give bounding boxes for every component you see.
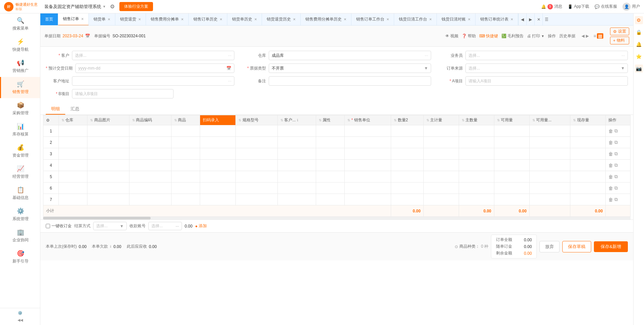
col-quantity2[interactable]: ⇅ 数量2 [391,115,423,125]
row-scan-1[interactable] [200,125,236,137]
sidebar-item-system[interactable]: ⚙️ 系统管理 [0,204,40,225]
account-select[interactable]: 选择... ··· [148,222,182,230]
row-main-qty-1[interactable] [459,125,494,137]
row-scan-2[interactable] [200,137,236,148]
tab-close-icon[interactable]: ✕ [344,17,346,21]
row-image-7[interactable] [87,194,129,205]
delete-icon[interactable]: 🗑 [608,163,613,168]
right-sidebar-bell-icon[interactable]: 🔔 [635,40,643,48]
row-product-5[interactable] [171,171,200,182]
row-customer-code-1[interactable] [278,125,316,137]
sidebar-item-search[interactable]: 🔍 搜索菜单 [0,13,40,35]
row-scan-4[interactable] [200,160,236,171]
row-customer-code-6[interactable] [278,182,316,194]
row-available2-2[interactable] [529,137,570,148]
tab-cash-daily-reconcile[interactable]: 钱货日清对账 ✕ [437,13,476,26]
gear-icon[interactable]: ⚙ [110,3,115,10]
row-available2-1[interactable] [529,125,570,137]
sidebar-item-inventory[interactable]: 📊 库存核算 [0,119,40,140]
col-scan[interactable]: 扫码录入 [200,115,236,125]
row-image-5[interactable] [87,171,129,182]
delete-icon[interactable]: 🗑 [608,151,613,157]
row-sku-code-6[interactable] [129,182,171,194]
col-main-unit[interactable]: ⇅ 主计量 [423,115,459,125]
copy-icon[interactable]: ⧉ [614,185,618,191]
copy-icon[interactable]: ⧉ [614,162,618,168]
row-available-4[interactable] [494,160,529,171]
horizontal-scrollbar[interactable] [43,217,631,219]
one-click-deposit-checkbox[interactable]: 一键收订金 [46,223,72,229]
copy-icon[interactable]: ⧉ [614,151,618,157]
right-sidebar-scan-icon[interactable]: 📷 [635,65,643,73]
col-main-qty[interactable]: ⇅ 主数量 [459,115,494,125]
row-image-1[interactable] [87,125,129,137]
tab-close-icon[interactable]: ✕ [468,17,470,21]
print-action[interactable]: 🖨 打印 ▼ [527,33,544,39]
help-action[interactable]: ❓ 帮助 [462,33,476,39]
delete-icon[interactable]: 🗑 [608,197,613,202]
sidebar-collapse-button[interactable]: ◀◀ [17,318,23,322]
col-settings[interactable]: ⚙ [43,115,59,125]
salesperson-input[interactable]: 选择... ··· [465,51,628,60]
tab-nav-next[interactable]: ▶ [526,13,534,26]
row-quantity2-7[interactable] [391,194,423,205]
row-attribute-3[interactable] [316,148,345,160]
col-attribute[interactable]: ⇅ 属性 [316,115,345,125]
tab-close-icon[interactable]: ✕ [220,17,222,21]
row-quantity2-1[interactable] [391,125,423,137]
row-attribute-7[interactable] [316,194,345,205]
notification-button[interactable]: 🔔 9 9 消息 [541,4,562,9]
row-available-7[interactable] [494,194,529,205]
row-spec-2[interactable] [236,137,278,148]
row-scan-6[interactable] [200,182,236,194]
row-product-7[interactable] [171,194,200,205]
detail-tab-summary[interactable]: 汇总 [65,104,85,115]
col-available[interactable]: ⇅ 可用量 [494,115,529,125]
nav-prev-icon[interactable]: ◀ [581,34,584,38]
col-available2[interactable]: ⇅ 可用量... [529,115,570,125]
sidebar-item-sales[interactable]: 🛒 销售管理 [0,77,40,98]
row-sales-unit-4[interactable] [345,160,391,171]
sidebar-item-baseinfo[interactable]: 📋 基础信息 [0,183,40,204]
scrollbar-thumb[interactable] [43,217,151,219]
detail-tab-detail[interactable]: 明细 [46,104,65,115]
tab-sales-order[interactable]: 销售订单 ✕ [58,13,89,26]
tab-close-icon[interactable]: ✕ [386,17,389,21]
row-sales-unit-6[interactable] [345,182,391,194]
col-image[interactable]: ⇅ 商品图片 [87,115,129,125]
row-sku-code-7[interactable] [129,194,171,205]
row-sales-unit-5[interactable] [345,171,391,182]
note-input[interactable] [269,76,431,86]
row-main-qty-3[interactable] [459,148,494,160]
row-attribute-5[interactable] [316,171,345,182]
sidebar-item-quicknav[interactable]: ⚡ 快捷导航 [0,35,40,56]
sidebar-item-finance[interactable]: 💰 资金管理 [0,140,40,162]
row-scan-7[interactable] [200,194,236,205]
warehouse-input[interactable]: 成品库 ··· [269,51,431,60]
one-click-checkbox-input[interactable] [46,224,50,228]
sidebar-item-marketing[interactable]: 📢 营销推广 [0,56,40,77]
a-project-input[interactable]: 请输入A项目 [465,76,628,86]
row-sales-unit-3[interactable] [345,148,391,160]
settlement-select[interactable]: 选择... ▼ [93,222,127,230]
tab-sales-order-history[interactable]: 销售订单历史 ✕ [189,13,227,26]
row-available-6[interactable] [494,182,529,194]
row-attribute-1[interactable] [316,125,345,137]
right-sidebar-settings-icon[interactable]: ⚙ [635,16,643,24]
row-warehouse-4[interactable] [59,160,87,171]
sidebar-item-purchase[interactable]: 📦 采购管理 [0,98,40,119]
row-spec-5[interactable] [236,171,278,182]
row-product-4[interactable] [171,160,200,171]
row-quantity2-2[interactable] [391,137,423,148]
col-current-stock[interactable]: ⇅ 现存量 [570,115,606,125]
row-main-qty-2[interactable] [459,137,494,148]
row-image-3[interactable] [87,148,129,160]
row-image-6[interactable] [87,182,129,194]
row-current-stock-7[interactable] [570,194,606,205]
row-sku-code-2[interactable] [129,137,171,148]
sidebar-item-guide[interactable]: 🎯 新手引导 [0,246,40,268]
col-product[interactable]: ⇅ 商品 [171,115,200,125]
tab-close-icon[interactable]: ✕ [510,17,513,21]
row-scan-3[interactable] [200,148,236,160]
industry-solution-button[interactable]: 体验行业方案 [119,2,153,11]
